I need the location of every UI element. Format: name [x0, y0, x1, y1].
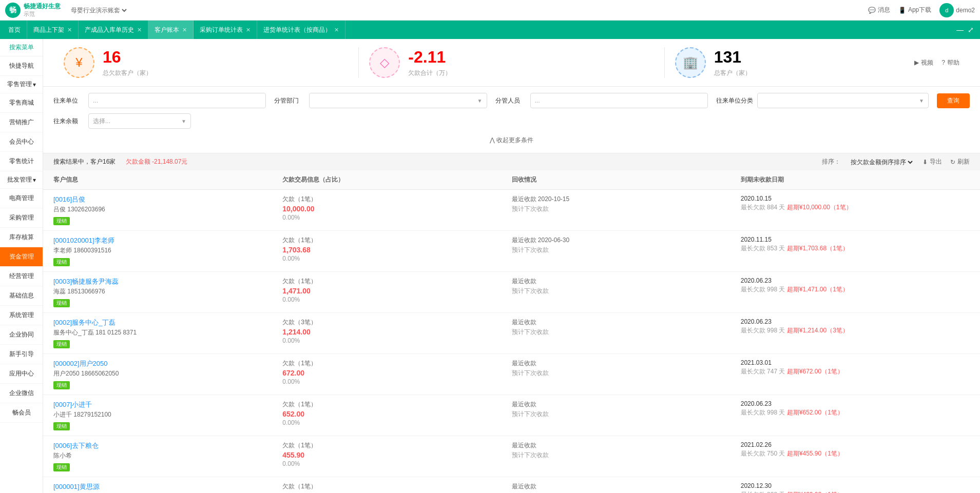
sidebar-item-quick-nav[interactable]: 快捷导航: [0, 56, 43, 76]
overdue-link[interactable]: 超期¥455.90（1笔）: [787, 450, 843, 457]
customer-link[interactable]: [0001020001]李老师: [53, 236, 114, 244]
sidebar-item-basic-info[interactable]: 基础信息: [0, 286, 43, 306]
nav-maximize[interactable]: ⤢: [968, 26, 974, 34]
tab-purchase-order[interactable]: 采购订单统计表 ✕: [194, 21, 257, 39]
data-table: 客户信息 欠款交易信息（占比） 回收情况 到期未收款日期 [0016]吕俊 吕俊…: [43, 170, 980, 493]
customer-tag: 现销: [53, 422, 70, 430]
overdue-link[interactable]: 超期¥652.00（1笔）: [787, 409, 843, 416]
logo-char: 畅: [9, 6, 16, 15]
message-btn[interactable]: 💬 消息: [868, 6, 890, 14]
close-products-off[interactable]: ✕: [67, 27, 72, 33]
tab-home[interactable]: 首页: [2, 21, 27, 39]
unit-category-input[interactable]: ▼: [757, 93, 929, 108]
customer-link[interactable]: [000001]黄思源: [53, 483, 100, 490]
help-icon: ?: [941, 59, 945, 66]
from-unit-input[interactable]: ...: [88, 93, 266, 108]
sidebar-search[interactable]: 搜索菜单: [0, 39, 43, 56]
avatar: d: [939, 3, 954, 17]
tab-production-history[interactable]: 产成品入库单历史 ✕: [79, 21, 148, 39]
sidebar-item-batch-mgmt[interactable]: 批发管理 ▾: [0, 171, 43, 189]
sidebar-item-retail-mgmt[interactable]: 零售管理 ▾: [0, 76, 43, 93]
customer-contact: 服务中心_丁磊 181 0125 8371: [53, 328, 282, 337]
top-bar: 畅 畅捷通好生意 示范 母婴行业演示账套 💬 消息 📱 App下载 d demo…: [0, 0, 980, 21]
person-input[interactable]: ...: [530, 93, 708, 108]
customer-contact: 李老师 18600391516: [53, 246, 282, 255]
overdue-link[interactable]: 超期¥1,471.00（1笔）: [787, 286, 849, 293]
nav-minimize[interactable]: —: [956, 26, 964, 34]
customer-contact: 用户2050 18665062050: [53, 369, 282, 378]
export-btn[interactable]: ⬇ 导出: [923, 157, 942, 166]
sort-label: 排序：: [822, 157, 840, 166]
overdue-link[interactable]: 超期¥672.00（1笔）: [787, 368, 843, 375]
sidebar-item-operations[interactable]: 经营管理: [0, 267, 43, 286]
sidebar-item-member-plus[interactable]: 畅会员: [0, 403, 43, 423]
customer-link[interactable]: [0003]畅捷服务尹海蕊: [53, 278, 119, 285]
search-button[interactable]: 查询: [937, 93, 970, 108]
sort-select[interactable]: 按欠款金额倒序排序: [849, 158, 914, 166]
customer-contact: 小进千 18279152100: [53, 410, 282, 419]
overdue-link[interactable]: 超期¥429.00（1笔）: [787, 491, 843, 493]
sidebar-item-finance[interactable]: 资金管理: [0, 247, 43, 267]
sidebar-item-purchase-mgmt[interactable]: 采购管理: [0, 208, 43, 228]
tab-products-off[interactable]: 商品上下架 ✕: [27, 21, 79, 39]
sidebar-item-retail-stats[interactable]: 零售统计: [0, 152, 43, 171]
overdue-link[interactable]: 超期¥1,703.68（1笔）: [787, 245, 849, 252]
refresh-btn[interactable]: ↻ 刷新: [950, 157, 970, 166]
from-unit-label: 往来单位: [53, 96, 84, 105]
customer-link[interactable]: [0006]去下粮仓: [53, 442, 99, 449]
user-menu[interactable]: d demo2: [939, 3, 975, 17]
close-production-history[interactable]: ✕: [137, 27, 142, 33]
col-due-date: 到期未收款日期: [741, 175, 970, 184]
sidebar-item-app-center[interactable]: 应用中心: [0, 364, 43, 384]
customer-link[interactable]: [0007]小进千: [53, 401, 92, 408]
overdue-link[interactable]: 超期¥1,214.00（3笔）: [787, 327, 849, 334]
app-download-btn[interactable]: 📱 App下载: [898, 6, 931, 14]
remain-input[interactable]: 选择... ▼: [88, 113, 191, 129]
customer-tag: 现销: [53, 340, 70, 348]
stat-card-debt-total: ◇ -2.11 欠款合计（万）: [359, 47, 664, 78]
sidebar-item-wechat[interactable]: 企业微信: [0, 384, 43, 403]
close-stock-statistics[interactable]: ✕: [334, 27, 339, 33]
customer-contact: 海蕊 18513066976: [53, 287, 282, 296]
video-link[interactable]: ▶视频: [914, 58, 933, 67]
customer-link[interactable]: [0002]服务中心_丁磊: [53, 319, 116, 326]
chevron-down-icon: ▾: [33, 81, 36, 88]
col-customer-info: 客户信息: [53, 175, 282, 184]
sidebar: 搜索菜单 快捷导航 零售管理 ▾ 零售商城 营销推广 会员中心 零售统计 批发管…: [0, 39, 43, 493]
tab-stock-statistics[interactable]: 进货单统计表（按商品） ✕: [257, 21, 345, 39]
close-purchase-order[interactable]: ✕: [246, 27, 251, 33]
company-select[interactable]: 母婴行业演示账套: [69, 6, 128, 14]
main-content: ¥ 16 总欠款客户（家） ◇ -2.11 欠款合计（万） 🏢 131: [43, 39, 980, 493]
stats-row: ¥ 16 总欠款客户（家） ◇ -2.11 欠款合计（万） 🏢 131: [43, 39, 980, 87]
customer-link[interactable]: [000002]用户2050: [53, 360, 108, 367]
sidebar-item-retail-shop[interactable]: 零售商城: [0, 93, 43, 113]
stat-label-total-customers: 总客户（家）: [714, 69, 751, 77]
customer-tag: 现销: [53, 258, 70, 266]
sidebar-item-marketing[interactable]: 营销推广: [0, 113, 43, 132]
debt-amount: 455.90: [282, 451, 511, 459]
sidebar-item-inventory[interactable]: 库存核算: [0, 228, 43, 247]
filter-from-unit: 往来单位 ...: [53, 93, 266, 108]
dept-input[interactable]: ▼: [309, 93, 487, 108]
debt-amount: 10,000.00: [282, 205, 511, 213]
collapse-filters-btn[interactable]: ⋀ 收起更多条件: [53, 134, 970, 147]
table-row: [0002]服务中心_丁磊 服务中心_丁磊 181 0125 8371 现销 欠…: [43, 313, 980, 354]
customer-tag: 现销: [53, 463, 70, 471]
dept-arrow-icon: ▼: [477, 98, 483, 104]
help-link[interactable]: ?帮助: [941, 58, 959, 67]
filter-remain: 往来余额 选择... ▼: [53, 113, 970, 129]
close-customer-account[interactable]: ✕: [182, 27, 187, 33]
result-info: 搜索结果中，客户16家 欠款金额 -21,148.07元 排序： 按欠款金额倒序…: [43, 153, 980, 170]
sidebar-item-newbie[interactable]: 新手引导: [0, 345, 43, 364]
sidebar-item-system[interactable]: 系统管理: [0, 306, 43, 325]
unit-category-label: 往来单位分类: [716, 96, 753, 105]
stat-label-debt-total: 欠款合计（万）: [408, 69, 451, 77]
customer-link[interactable]: [0016]吕俊: [53, 195, 85, 203]
sidebar-item-ecommerce[interactable]: 电商管理: [0, 189, 43, 208]
sidebar-item-enterprise[interactable]: 企业协同: [0, 325, 43, 345]
table-row: [0001020001]李老师 李老师 18600391516 现销 欠款（1笔…: [43, 231, 980, 272]
sidebar-item-member[interactable]: 会员中心: [0, 132, 43, 152]
tab-customer-account[interactable]: 客户账本 ✕: [148, 21, 194, 39]
overdue-link[interactable]: 超期¥10,000.00（1笔）: [787, 204, 852, 211]
debt-amount: 1,703.68: [282, 246, 511, 254]
